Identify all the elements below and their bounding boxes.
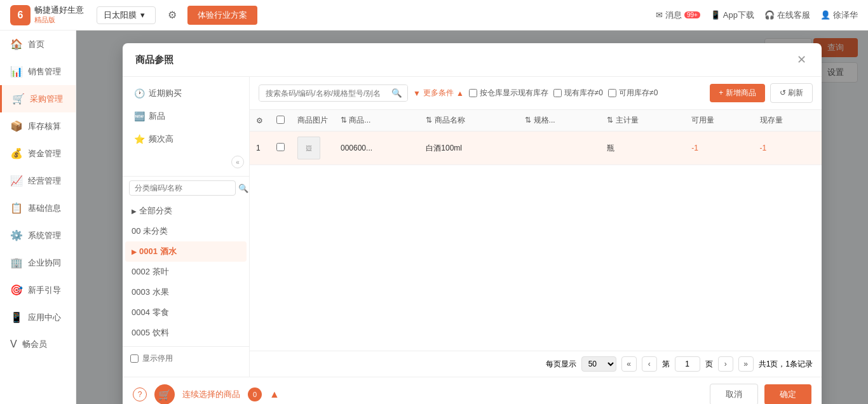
col-spec[interactable]: ⇅ 规格... [519,110,600,131]
category-item-0001[interactable]: ▶ 0001 酒水 [125,241,247,262]
confirm-button[interactable]: 确定 [764,384,811,404]
prev-page-button[interactable]: ‹ [642,356,657,372]
arrow-icon-0001: ▶ [132,248,137,255]
category-item-0003[interactable]: 0003 水果 [125,282,247,302]
category-item-0002[interactable]: 0002 茶叶 [125,262,247,282]
category-label-0005: 0005 饮料 [132,327,169,339]
category-item-0004[interactable]: 0004 零食 [125,302,247,323]
checkbox-available-stock[interactable]: 可用库存≠0 [608,88,658,98]
panel-divider [123,176,249,177]
sidebar-item-finance[interactable]: 💰 资金管理 [0,140,76,167]
col-unit-label: 主计量 [616,116,639,125]
finance-icon: 💰 [10,147,23,159]
available-stock-checkbox[interactable] [608,89,616,97]
sidebar-item-enterprise[interactable]: 🏢 企业协同 [0,249,76,276]
vip-icon: V [10,339,17,350]
row-check[interactable] [270,131,291,165]
sidebar-item-purchase[interactable]: 🛒 采购管理 [0,85,76,112]
sidebar-item-guide[interactable]: 🎯 新手引导 [0,276,76,304]
warehouse-stock-checkbox[interactable] [469,89,477,97]
row-seq: 1 [250,131,270,165]
main-layout: 🏠 首页 📊 销售管理 🛒 采购管理 📦 库存核算 💰 资金管理 📈 经营管理 … [0,30,868,404]
page-unit: 页 [705,359,713,370]
help-button[interactable]: ? [133,387,147,401]
category-item-0005[interactable]: 0005 饮料 [125,323,247,343]
table-row[interactable]: 1 🖼 [250,131,822,165]
col-unit[interactable]: ⇅ 主计量 [600,110,685,131]
store-selector[interactable]: 日太阳膜 ▾ [97,6,156,24]
product-thumbnail: 🖼 [297,137,320,159]
checkbox-current-stock[interactable]: 现有库存≠0 [553,88,603,98]
app-download-item[interactable]: 📱 App下载 [710,10,754,21]
sidebar-item-sales[interactable]: 📊 销售管理 [0,58,76,85]
sidebar-item-apps[interactable]: 📱 应用中心 [0,304,76,331]
basic-icon: 📋 [10,202,23,214]
refresh-button[interactable]: ↺ 刷新 [770,83,813,103]
new-icon: 🆕 [134,111,145,121]
category-item-all[interactable]: ▶ 全部分类 [125,201,247,221]
guide-icon: 🎯 [10,284,23,296]
more-filter-button[interactable]: ▼ 更多条件 ▲ [413,88,464,98]
product-search-input[interactable] [259,86,386,101]
category-item-00[interactable]: 00 未分类 [125,221,247,241]
category-search-icon[interactable]: 🔍 [238,184,248,193]
sidebar-item-system[interactable]: ⚙️ 系统管理 [0,222,76,249]
clock-icon: 🕐 [134,88,145,98]
col-code[interactable]: ⇅ 商品... [334,110,419,131]
show-disabled-area: 显示停用 [123,346,249,370]
cancel-button[interactable]: 取消 [710,384,758,404]
sales-icon: 📊 [10,65,23,77]
cart-icon[interactable]: 🛒 [154,384,175,404]
logo-area: 6 畅捷通好生意 精品版 [10,5,84,25]
show-disabled-checkbox[interactable] [130,354,139,363]
user-name: 徐泽华 [833,10,858,21]
category-label-0002: 0002 茶叶 [132,266,169,278]
col-name[interactable]: ⇅ 商品名称 [419,110,519,131]
messages-label: 消息 [665,10,682,21]
footer-collapse-button[interactable]: ▲ [269,389,280,400]
first-page-button[interactable]: « [621,356,637,372]
last-page-button[interactable]: » [738,356,754,372]
left-tab-recent[interactable]: 🕐 近期购买 [128,83,244,104]
product-search-button[interactable]: 🔍 [386,85,407,101]
messages-badge: 99+ [684,11,700,18]
footer-right: 取消 确定 [710,384,811,404]
checkbox-current-label: 现有库存≠0 [564,88,603,98]
sidebar-item-vip[interactable]: V 畅会员 [0,331,76,358]
new-product-button[interactable]: + 新增商品 [710,84,764,102]
col-img: 商品图片 [291,110,334,131]
messages-item[interactable]: ✉ 消息 99+ [656,10,700,21]
category-search-input[interactable] [129,180,236,196]
current-stock-checkbox[interactable] [553,89,562,97]
trial-button[interactable]: 体验行业方案 [187,6,257,25]
next-page-button[interactable]: › [718,356,733,372]
sidebar-item-basic[interactable]: 📋 基础信息 [0,194,76,222]
system-icon: ⚙️ [10,229,23,241]
checkbox-warehouse-stock[interactable]: 按仓库显示现有库存 [469,88,548,98]
left-tab-frequent[interactable]: ⭐ 频次高 [128,129,244,149]
content-area: 查询 设置 ↺ 刷新 商品参照 ✕ [76,30,868,404]
right-panel: 🔍 ▼ 更多条件 ▲ 按仓库显示现有库存 [250,77,822,377]
user-item[interactable]: 👤 徐泽华 [820,10,858,21]
inventory-icon: 📦 [10,120,23,132]
app-edition: 精品版 [34,15,84,25]
sidebar-item-home[interactable]: 🏠 首页 [0,30,76,58]
modal-close-button[interactable]: ✕ [794,52,809,67]
row-unit: 瓶 [600,131,685,165]
collapse-panel-button[interactable]: « [231,156,244,168]
left-tab-new[interactable]: 🆕 新品 [128,106,244,126]
per-page-select[interactable]: 50 10 20 100 [581,356,616,372]
select-all-checkbox[interactable] [276,116,285,124]
settings-icon[interactable]: ⚙ [162,5,182,25]
category-label-0001: 0001 酒水 [139,246,177,257]
sidebar-item-inventory[interactable]: 📦 库存核算 [0,112,76,140]
page-number-input[interactable] [675,356,700,372]
online-service-item[interactable]: 🎧 在线客服 [764,10,810,21]
sidebar-label-home: 首页 [28,39,44,50]
sidebar-label-purchase: 采购管理 [30,93,63,105]
col-code-label: 商品... [349,116,370,125]
sidebar-item-operation[interactable]: 📈 经营管理 [0,167,76,194]
star-icon: ⭐ [134,134,145,144]
sidebar-label-operation: 经营管理 [28,175,61,187]
row-checkbox[interactable] [276,143,285,151]
